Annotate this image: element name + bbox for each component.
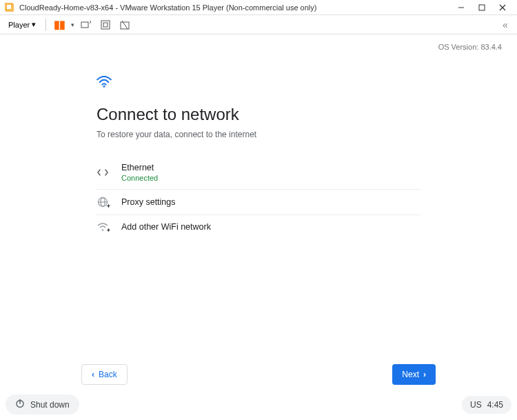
ethernet-label: Ethernet	[121, 163, 158, 172]
window-controls	[451, 1, 513, 14]
plus-badge-icon: +	[107, 203, 110, 210]
svg-rect-7	[101, 21, 110, 29]
plus-badge-icon: +	[107, 228, 110, 234]
guest-screen: OS Version: 83.4.4 Connect to network To…	[0, 34, 517, 420]
pause-icon: ▮▮	[54, 18, 65, 31]
svg-rect-8	[103, 23, 108, 27]
globe-icon: +	[97, 197, 109, 208]
shutdown-label: Shut down	[30, 400, 70, 410]
ethernet-icon	[97, 169, 109, 176]
player-menu-label: Player	[8, 21, 30, 29]
network-item-add-wifi[interactable]: + Add other WiFi network	[97, 215, 420, 239]
minimize-button[interactable]	[451, 1, 472, 14]
footer-bar: Shut down US 4:45	[6, 394, 511, 414]
svg-rect-6	[81, 22, 88, 28]
page-title: Connect to network	[97, 105, 420, 124]
svg-point-11	[103, 86, 105, 88]
add-wifi-label: Add other WiFi network	[121, 222, 211, 232]
send-ctrl-alt-del-button[interactable]	[79, 17, 94, 32]
proxy-label: Proxy settings	[121, 197, 176, 207]
chevron-left-icon: ‹	[92, 370, 94, 379]
vmware-app-icon	[4, 2, 15, 13]
chevron-down-icon[interactable]: ▾	[71, 21, 74, 28]
chevron-right-icon: ›	[423, 370, 426, 379]
clock-label: 4:45	[487, 400, 503, 410]
window-titlebar: CloudReady-Home-v83-x64 - VMware Worksta…	[0, 0, 517, 15]
window-title: CloudReady-Home-v83-x64 - VMware Worksta…	[19, 3, 451, 12]
pause-button[interactable]: ▮▮	[52, 17, 67, 32]
back-button[interactable]: ‹ Back	[81, 364, 128, 385]
svg-point-15	[102, 229, 104, 231]
page-subtitle: To restore your data, connect to the int…	[97, 130, 420, 139]
next-label: Next	[402, 370, 419, 379]
wifi-header-icon	[97, 76, 420, 91]
wifi-add-icon: +	[97, 223, 109, 232]
maximize-button[interactable]	[472, 1, 492, 14]
fullscreen-button[interactable]	[98, 17, 113, 32]
next-button[interactable]: Next ›	[392, 364, 436, 385]
power-icon	[15, 399, 25, 410]
toolbar-separator	[45, 19, 46, 31]
vmware-toolbar: Player ▾ ▮▮ ▾ «	[0, 15, 517, 34]
svg-rect-9	[121, 22, 129, 29]
shutdown-button[interactable]: Shut down	[6, 394, 79, 414]
unity-button[interactable]	[117, 17, 132, 32]
network-item-ethernet[interactable]: Ethernet Connected	[97, 156, 420, 190]
toolbar-collapse-button[interactable]: «	[498, 17, 513, 32]
network-item-proxy[interactable]: + Proxy settings	[97, 190, 420, 215]
svg-rect-3	[479, 5, 485, 10]
chevron-down-icon: ▾	[32, 20, 36, 29]
locale-label: US	[470, 400, 482, 410]
nav-buttons: ‹ Back Next ›	[81, 364, 436, 385]
player-menu-button[interactable]: Player ▾	[4, 19, 40, 30]
setup-panel: Connect to network To restore your data,…	[97, 76, 420, 239]
ethernet-status: Connected	[121, 174, 158, 182]
os-version-label: OS Version: 83.4.4	[438, 43, 502, 51]
close-button[interactable]	[492, 1, 513, 14]
status-tray[interactable]: US 4:45	[462, 396, 511, 414]
back-label: Back	[99, 370, 117, 379]
